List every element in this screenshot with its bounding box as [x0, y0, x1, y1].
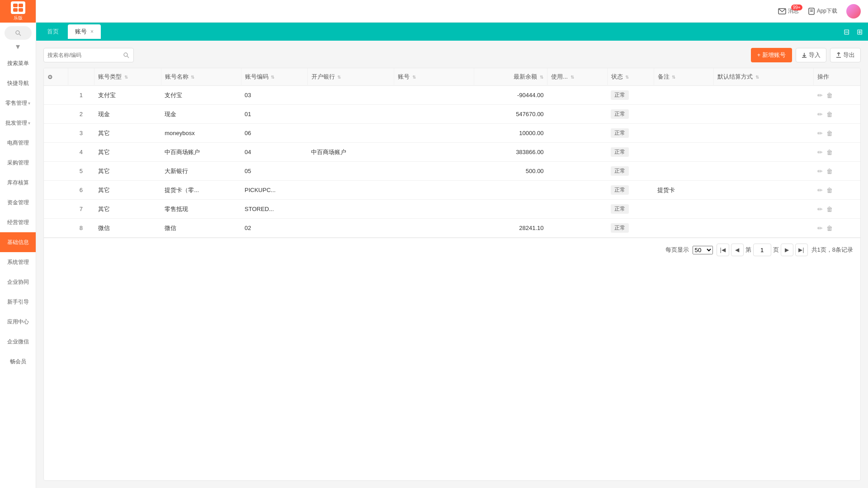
search-box[interactable] — [43, 48, 134, 62]
row-usage — [547, 124, 608, 143]
sidebar-item-enterprise-wechat[interactable]: 企业微信 — [0, 332, 36, 352]
sidebar-item-retail[interactable]: 零售管理 ▾ — [0, 93, 36, 113]
col-header-settings[interactable]: ⚙ — [44, 68, 68, 86]
sidebar-item-app-center[interactable]: 应用中心 — [0, 312, 36, 332]
sidebar-item-label: 库存核算 — [7, 179, 29, 187]
col-header-usage[interactable]: 使用... ⇅ — [547, 68, 608, 86]
edit-button[interactable]: ✏ — [817, 206, 823, 213]
page-input[interactable] — [753, 244, 771, 256]
col-header-remark[interactable]: 备注 ⇅ — [654, 68, 714, 86]
row-status: 正常 — [607, 86, 654, 105]
prev-page-button[interactable]: ◀ — [731, 244, 744, 256]
avatar[interactable] — [846, 4, 861, 19]
sidebar-item-search-menu[interactable]: 搜索菜单 — [0, 53, 36, 73]
sidebar-item-enterprise[interactable]: 企业协同 — [0, 272, 36, 292]
sidebar-item-label: 采购管理 — [7, 159, 29, 167]
row-actions: ✏ 🗑 — [814, 200, 860, 219]
row-settings — [44, 181, 68, 200]
sidebar-dropdown-icon[interactable]: ▾ — [16, 42, 20, 52]
sidebar-item-label: 电商管理 — [7, 139, 29, 147]
col-header-type[interactable]: 账号类型 ⇅ — [94, 68, 161, 86]
tab-expand-icon[interactable]: ⊞ — [855, 26, 864, 38]
sidebar-search-box[interactable] — [5, 26, 32, 40]
tab-home[interactable]: 首页 — [40, 24, 66, 39]
top-header: 消息 99+ App下载 — [36, 0, 868, 23]
row-actions: ✏ 🗑 — [814, 181, 860, 200]
edit-button[interactable]: ✏ — [817, 187, 823, 194]
svg-rect-1 — [19, 4, 23, 7]
row-settings — [44, 200, 68, 219]
last-page-button[interactable]: ▶| — [795, 244, 808, 256]
col-header-name[interactable]: 账号名称 ⇅ — [161, 68, 241, 86]
message-badge: 99+ — [791, 5, 802, 10]
delete-button[interactable]: 🗑 — [826, 149, 833, 156]
sidebar-item-wholesale[interactable]: 批发管理 ▾ — [0, 113, 36, 133]
sidebar-item-ecommerce[interactable]: 电商管理 — [0, 133, 36, 153]
edit-button[interactable]: ✏ — [817, 111, 823, 118]
page-size-select[interactable]: 50 100 200 — [693, 246, 713, 254]
edit-button[interactable]: ✏ — [817, 225, 823, 232]
col-header-account[interactable]: 账号 ⇅ — [394, 68, 474, 86]
delete-button[interactable]: 🗑 — [826, 130, 833, 137]
pagination: 每页显示 50 100 200 |◀ ◀ 第 页 ▶ ▶| 共1页，8条记录 — [44, 238, 860, 262]
search-button[interactable] — [119, 48, 133, 62]
delete-button[interactable]: 🗑 — [826, 111, 833, 118]
row-type: 其它 — [94, 200, 161, 219]
edit-button[interactable]: ✏ — [817, 149, 823, 156]
delete-button[interactable]: 🗑 — [826, 225, 833, 232]
sidebar-item-vip[interactable]: 畅会员 — [0, 352, 36, 371]
sidebar-item-purchase[interactable]: 采购管理 — [0, 153, 36, 173]
row-account — [394, 124, 474, 143]
search-input[interactable] — [44, 52, 119, 58]
delete-button[interactable]: 🗑 — [826, 187, 833, 194]
sidebar-item-label: 零售管理 — [5, 99, 27, 107]
sidebar-item-capital[interactable]: 资金管理 — [0, 192, 36, 212]
chevron-down-icon: ▾ — [28, 101, 30, 106]
main-content: 消息 99+ App下载 首页 账号 × ⊟ ⊞ — [36, 0, 868, 488]
row-balance: 547670.00 — [474, 105, 547, 124]
delete-button[interactable]: 🗑 — [826, 92, 833, 99]
sidebar-item-system[interactable]: 系统管理 — [0, 252, 36, 272]
import-button[interactable]: 导入 — [796, 48, 826, 62]
row-num: 5 — [68, 162, 94, 181]
row-default-payment — [714, 105, 814, 124]
app-download-button[interactable]: App下载 — [808, 7, 837, 15]
row-num: 4 — [68, 143, 94, 162]
row-remark — [654, 105, 714, 124]
export-button[interactable]: 导出 — [830, 48, 861, 62]
col-header-default[interactable]: 默认结算方式 ⇅ — [714, 68, 814, 86]
col-header-bank[interactable]: 开户银行 ⇅ — [307, 68, 394, 86]
sidebar-item-operations[interactable]: 经营管理 — [0, 212, 36, 232]
row-usage — [547, 162, 608, 181]
logo-icon — [11, 1, 25, 14]
row-settings — [44, 124, 68, 143]
edit-button[interactable]: ✏ — [817, 130, 823, 137]
row-type: 微信 — [94, 219, 161, 238]
add-account-button[interactable]: + 新增账号 — [751, 48, 792, 62]
table-row: 7 其它 零售抵现 STORED... 正常 ✏ 🗑 — [44, 200, 860, 219]
first-page-button[interactable]: |◀ — [717, 244, 729, 256]
edit-button[interactable]: ✏ — [817, 92, 823, 99]
edit-button[interactable]: ✏ — [817, 168, 823, 175]
next-page-button[interactable]: ▶ — [781, 244, 793, 256]
col-header-code[interactable]: 账号编码 ⇅ — [241, 68, 307, 86]
sort-icon: ⇅ — [337, 75, 341, 80]
message-button[interactable]: 消息 99+ — [778, 7, 799, 15]
toolbar: + 新增账号 导入 导出 — [43, 48, 861, 62]
row-settings — [44, 105, 68, 124]
delete-button[interactable]: 🗑 — [826, 168, 833, 175]
tab-minimize-icon[interactable]: ⊟ — [842, 26, 851, 38]
delete-button[interactable]: 🗑 — [826, 206, 833, 213]
sidebar-item-label: 畅会员 — [10, 358, 26, 366]
row-actions: ✏ 🗑 — [814, 105, 860, 124]
sort-icon: ⇅ — [191, 75, 194, 80]
tab-close-icon[interactable]: × — [90, 28, 94, 35]
sidebar-item-beginner[interactable]: 新手引导 — [0, 292, 36, 312]
col-header-balance[interactable]: 最新余额 ⇅ — [474, 68, 547, 86]
sidebar-item-inventory[interactable]: 库存核算 — [0, 173, 36, 192]
row-num: 3 — [68, 124, 94, 143]
sidebar-item-basic-info[interactable]: 基础信息 — [0, 232, 36, 252]
tab-account[interactable]: 账号 × — [68, 24, 101, 39]
sidebar-item-quick-nav[interactable]: 快捷导航 — [0, 73, 36, 93]
col-header-status[interactable]: 状态 ⇅ — [607, 68, 654, 86]
